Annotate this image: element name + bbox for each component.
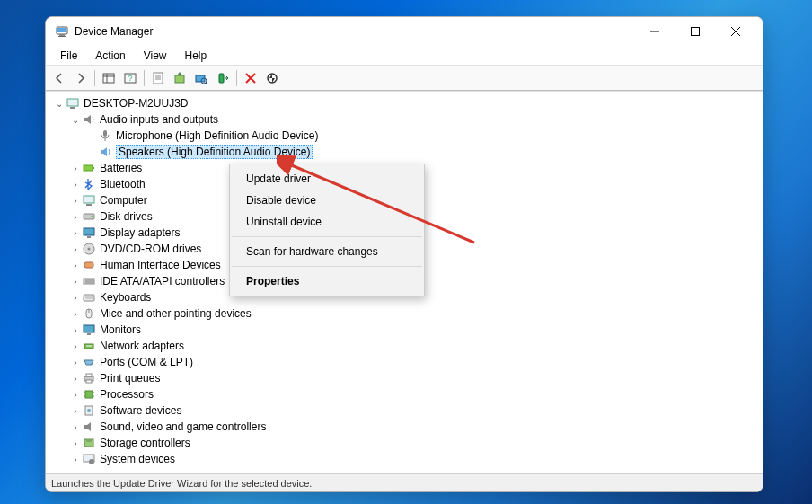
- svg-point-61: [87, 409, 91, 412]
- tree-ports[interactable]: › Ports (COM & LPT): [49, 354, 763, 370]
- toolbar: ?: [46, 66, 763, 91]
- chevron-right-icon[interactable]: ›: [69, 244, 82, 254]
- show-hide-tree-button[interactable]: [99, 68, 119, 88]
- tree-print-queues[interactable]: › Print queues: [49, 370, 763, 386]
- toolbar-separator: [236, 70, 237, 86]
- properties-button[interactable]: [148, 68, 168, 88]
- computer-icon: [82, 193, 96, 208]
- chevron-right-icon[interactable]: ›: [69, 422, 82, 432]
- svg-rect-39: [84, 262, 93, 268]
- svg-text:?: ?: [128, 74, 132, 83]
- svg-point-34: [91, 216, 93, 217]
- chevron-right-icon[interactable]: ›: [69, 277, 82, 287]
- tree-processors[interactable]: › Processors: [49, 386, 763, 402]
- chevron-right-icon[interactable]: ›: [69, 261, 82, 270]
- svg-rect-48: [84, 325, 94, 332]
- chevron-right-icon[interactable]: ›: [69, 438, 82, 448]
- chevron-down-icon[interactable]: ⌄: [53, 99, 66, 109]
- maximize-button[interactable]: [675, 18, 715, 45]
- category-label: Software devices: [100, 404, 181, 417]
- storage-icon: [82, 436, 96, 450]
- tree-network[interactable]: › Network adapters: [49, 338, 763, 354]
- statusbar: Launches the Update Driver Wizard for th…: [46, 473, 763, 491]
- root-label: DESKTOP-M2UUJ3D: [84, 97, 188, 110]
- svg-rect-31: [84, 196, 94, 203]
- chevron-right-icon[interactable]: ›: [69, 309, 82, 319]
- tree-microphone[interactable]: Microphone (High Definition Audio Device…: [49, 128, 763, 144]
- chevron-right-icon[interactable]: ›: [69, 341, 82, 351]
- tree-speakers[interactable]: Speakers (High Definition Audio Device): [49, 144, 763, 160]
- scan-hardware-button[interactable]: [191, 68, 211, 88]
- uninstall-button[interactable]: [241, 68, 260, 88]
- chevron-right-icon[interactable]: ›: [69, 358, 82, 367]
- device-label-selected: Speakers (High Definition Audio Device): [116, 145, 313, 159]
- back-button[interactable]: [49, 68, 69, 88]
- disable-button[interactable]: [262, 68, 282, 88]
- category-label: Storage controllers: [100, 437, 190, 449]
- svg-rect-3: [58, 36, 66, 37]
- tree-mice[interactable]: › Mice and other pointing devices: [49, 305, 763, 322]
- tree-root[interactable]: ⌄ DESKTOP-M2UUJ3D: [49, 95, 763, 111]
- svg-rect-55: [85, 391, 93, 398]
- update-driver-button[interactable]: [170, 68, 190, 88]
- menu-view[interactable]: View: [135, 48, 176, 64]
- speaker-icon: [98, 145, 112, 159]
- menu-help[interactable]: Help: [176, 48, 216, 64]
- category-label: Print queues: [100, 372, 160, 385]
- tree-sound[interactable]: › Sound, video and game controllers: [49, 419, 763, 435]
- chevron-right-icon[interactable]: ›: [69, 390, 82, 400]
- menu-file[interactable]: File: [51, 48, 86, 64]
- tree-monitors[interactable]: › Monitors: [49, 322, 763, 338]
- category-label: Mice and other pointing devices: [100, 307, 252, 320]
- svg-rect-30: [93, 167, 94, 169]
- titlebar: Device Manager: [46, 17, 763, 46]
- system-icon: [82, 452, 96, 466]
- chevron-right-icon[interactable]: ›: [69, 455, 82, 464]
- tree-system[interactable]: › System devices: [49, 451, 763, 467]
- software-icon: [82, 403, 96, 418]
- category-label: Keyboards: [100, 291, 151, 304]
- category-label: IDE ATA/ATAPI controllers: [100, 275, 225, 287]
- minimize-button[interactable]: [634, 18, 675, 45]
- menu-action[interactable]: Action: [86, 48, 134, 64]
- chevron-right-icon[interactable]: ›: [69, 406, 82, 416]
- svg-rect-62: [84, 439, 93, 447]
- svg-point-65: [89, 459, 94, 464]
- speaker-icon: [82, 420, 96, 434]
- ctx-uninstall-device[interactable]: Uninstall device: [230, 211, 424, 233]
- ctx-update-driver[interactable]: Update driver: [230, 168, 424, 190]
- chevron-right-icon[interactable]: ›: [69, 293, 82, 303]
- svg-rect-33: [84, 214, 94, 219]
- svg-rect-25: [67, 99, 78, 106]
- tree-storage[interactable]: › Storage controllers: [49, 435, 763, 451]
- category-label: Ports (COM & LPT): [100, 356, 193, 368]
- svg-rect-32: [86, 204, 92, 206]
- forward-button[interactable]: [71, 68, 91, 88]
- enable-device-button[interactable]: [213, 68, 233, 88]
- microphone-icon: [98, 128, 112, 143]
- category-label: Monitors: [100, 323, 141, 336]
- chevron-right-icon[interactable]: ›: [69, 212, 82, 222]
- category-label: System devices: [100, 453, 175, 465]
- context-menu-separator: [232, 236, 422, 237]
- ctx-properties[interactable]: Properties: [230, 270, 424, 292]
- ctx-disable-device[interactable]: Disable device: [230, 190, 424, 211]
- ctx-scan-hardware[interactable]: Scan for hardware changes: [230, 241, 424, 262]
- svg-rect-5: [691, 28, 699, 36]
- svg-rect-1: [57, 28, 66, 32]
- tree-software-devices[interactable]: › Software devices: [49, 402, 763, 419]
- tree-audio-category[interactable]: ⌄ Audio inputs and outputs: [49, 111, 763, 128]
- chevron-right-icon[interactable]: ›: [69, 325, 82, 335]
- chevron-right-icon[interactable]: ›: [69, 228, 82, 238]
- category-label: Bluetooth: [100, 178, 146, 190]
- network-icon: [82, 339, 96, 353]
- chevron-down-icon[interactable]: ⌄: [69, 115, 82, 125]
- toolbar-separator: [144, 70, 145, 86]
- close-button[interactable]: [715, 18, 755, 45]
- help-button[interactable]: ?: [120, 68, 140, 88]
- chevron-right-icon[interactable]: ›: [69, 180, 82, 190]
- chevron-right-icon[interactable]: ›: [69, 196, 82, 206]
- menubar: File Action View Help: [46, 46, 763, 66]
- chevron-right-icon[interactable]: ›: [69, 164, 82, 173]
- chevron-right-icon[interactable]: ›: [69, 374, 82, 384]
